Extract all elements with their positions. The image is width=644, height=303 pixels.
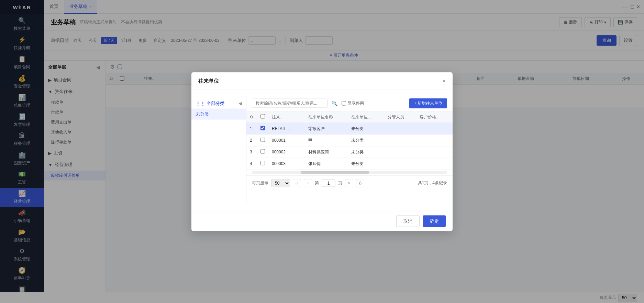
modal-title: 往来单位 bbox=[198, 78, 219, 84]
first-page-button[interactable]: ⟨⟨ bbox=[293, 179, 301, 187]
modal-search-input[interactable] bbox=[252, 99, 327, 108]
row-category: 未分类 bbox=[348, 158, 384, 170]
row-price bbox=[416, 158, 453, 170]
row-price bbox=[416, 123, 453, 135]
row-category: 未分类 bbox=[348, 135, 384, 146]
row-index: 1 bbox=[246, 123, 257, 135]
confirm-button[interactable]: 确定 bbox=[423, 215, 446, 227]
row-price bbox=[416, 146, 453, 158]
row-checkbox[interactable] bbox=[257, 158, 268, 170]
table-row[interactable]: 4 000003 张师傅 未分类 bbox=[246, 158, 453, 170]
total-records: 共1页，4条记录 bbox=[418, 180, 447, 186]
table-row[interactable]: 1 RETAIL_... 零散客户 未分类 bbox=[246, 123, 453, 135]
modal-collapse-icon[interactable]: ◀ bbox=[238, 101, 242, 106]
row-name: 甲 bbox=[305, 135, 348, 146]
row-manager bbox=[384, 123, 416, 135]
table-row[interactable]: 2 000001 甲 未分类 bbox=[246, 135, 453, 146]
table-row[interactable]: 3 000002 材料供应商 未分类 bbox=[246, 146, 453, 158]
next-page-button[interactable]: ＞ bbox=[345, 179, 353, 187]
row-price bbox=[416, 135, 453, 146]
modal-search-bar: 🔍 显示停用 + 新增往来单位 bbox=[246, 95, 453, 111]
modal-col-checkbox bbox=[257, 111, 268, 123]
row-index: 3 bbox=[246, 146, 257, 158]
per-page-select[interactable]: 50 20 100 bbox=[271, 179, 290, 187]
modal-left-header: ⋮⋮ 全部分类 ◀ bbox=[191, 98, 246, 108]
modal-left-panel: ⋮⋮ 全部分类 ◀ 未分类 bbox=[191, 95, 246, 205]
modal-col-code: 往来... bbox=[268, 111, 305, 123]
row-category: 未分类 bbox=[348, 123, 384, 135]
per-page-label: 每页显示 bbox=[252, 180, 268, 186]
row-manager bbox=[384, 158, 416, 170]
prev-page-button[interactable]: ＜ bbox=[304, 179, 312, 187]
page-number-input[interactable] bbox=[322, 179, 335, 187]
modal-col-settings: ⚙ bbox=[246, 111, 257, 123]
modal-pagination: 每页显示 50 20 100 ⟨⟨ ＜ 第 页 ＞ ⟩⟩ 共1页，4条记录 bbox=[246, 175, 453, 190]
modal-split: ⋮⋮ 全部分类 ◀ 未分类 🔍 显示停用 + 新增往来单位 bbox=[191, 95, 453, 205]
cancel-button[interactable]: 取消 bbox=[396, 215, 420, 227]
page-label-post: 页 bbox=[338, 180, 342, 186]
modal-col-manager: 分管人员 bbox=[384, 111, 416, 123]
row-manager bbox=[384, 146, 416, 158]
last-page-button[interactable]: ⟩⟩ bbox=[356, 179, 364, 187]
modal-table-container: ⚙ 往来... 往来单位名称 往来单位... 分管人员 客户价格... bbox=[246, 111, 453, 170]
modal-table: ⚙ 往来... 往来单位名称 往来单位... 分管人员 客户价格... bbox=[246, 111, 453, 170]
modal-col-type: 往来单位... bbox=[348, 111, 384, 123]
row-code: 000003 bbox=[268, 158, 305, 170]
modal-right-panel: 🔍 显示停用 + 新增往来单位 ⚙ 往来... bbox=[246, 95, 453, 205]
modal-scrollbar-thumb bbox=[301, 171, 369, 174]
row-index: 2 bbox=[246, 135, 257, 146]
row-name: 零散客户 bbox=[305, 123, 348, 135]
modal-header: 往来单位 × bbox=[191, 72, 453, 90]
modal-search-icon: 🔍 bbox=[332, 101, 337, 106]
row-name: 张师傅 bbox=[305, 158, 348, 170]
row-checkbox[interactable] bbox=[257, 135, 268, 146]
row-code: 000001 bbox=[268, 135, 305, 146]
modal-scrollbar[interactable] bbox=[252, 171, 447, 174]
modal-col-name: 往来单位名称 bbox=[305, 111, 348, 123]
modal-close-button[interactable]: × bbox=[442, 78, 446, 84]
row-checkbox[interactable] bbox=[257, 123, 268, 135]
row-checkbox[interactable] bbox=[257, 146, 268, 158]
show-inactive-checkbox[interactable] bbox=[342, 101, 346, 105]
modal-left-unclassified[interactable]: 未分类 bbox=[191, 108, 246, 119]
modal-body: ⋮⋮ 全部分类 ◀ 未分类 🔍 显示停用 + 新增往来单位 bbox=[191, 90, 453, 211]
grid-icon: ⋮⋮ bbox=[196, 101, 205, 106]
row-index: 4 bbox=[246, 158, 257, 170]
modal-select-all[interactable] bbox=[260, 114, 265, 119]
modal-col-price: 客户价格... bbox=[416, 111, 453, 123]
row-code: 000002 bbox=[268, 146, 305, 158]
row-code: RETAIL_... bbox=[268, 123, 305, 135]
modal-all-category[interactable]: 全部分类 bbox=[207, 100, 224, 106]
page-label-pre: 第 bbox=[315, 180, 319, 186]
row-category: 未分类 bbox=[348, 146, 384, 158]
row-manager bbox=[384, 135, 416, 146]
modal-footer: 取消 确定 bbox=[191, 211, 453, 231]
modal-counterpart: 往来单位 × ⋮⋮ 全部分类 ◀ 未分类 🔍 bbox=[191, 72, 453, 231]
show-inactive-label: 显示停用 bbox=[342, 100, 364, 106]
add-counterpart-button[interactable]: + 新增往来单位 bbox=[409, 98, 447, 108]
row-name: 材料供应商 bbox=[305, 146, 348, 158]
